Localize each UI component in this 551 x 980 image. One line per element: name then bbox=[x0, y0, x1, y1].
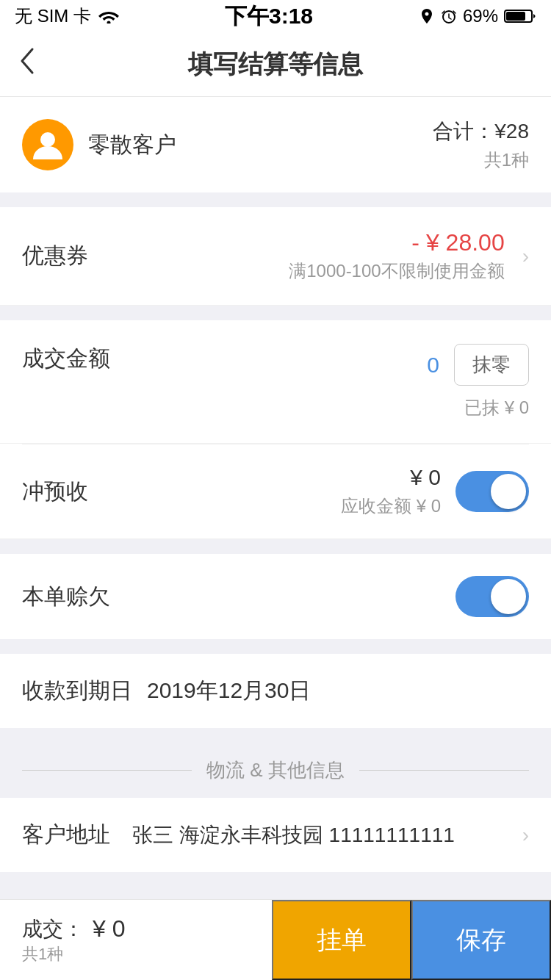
address-section: 客户地址 张三 海淀永丰科技园 11111111111 › bbox=[0, 798, 551, 872]
transaction-section: 成交金额 0 抹零 已抹 ¥ 0 冲预收 ¥ 0 应收金额 ¥ 0 bbox=[0, 320, 551, 539]
save-button[interactable]: 保存 bbox=[411, 900, 551, 980]
credit-toggle[interactable] bbox=[455, 576, 529, 617]
customer-total: 合计：¥28 共1种 bbox=[433, 118, 529, 172]
credit-label: 本单赊欠 bbox=[22, 582, 110, 612]
total-count: 共1种 bbox=[433, 148, 529, 172]
customer-section: 零散客户 合计：¥28 共1种 bbox=[0, 97, 551, 192]
logistics-line-right bbox=[359, 770, 529, 771]
due-date-section: 收款到期日 2019年12月30日 bbox=[0, 654, 551, 728]
prepayment-right: ¥ 0 应收金额 ¥ 0 bbox=[341, 465, 529, 518]
prepayment-value: ¥ 0 bbox=[341, 465, 441, 490]
avatar bbox=[22, 119, 73, 170]
bottom-info: 成交： ¥ 0 共1种 bbox=[0, 900, 272, 980]
transaction-sub: 已抹 ¥ 0 bbox=[464, 396, 529, 419]
battery-icon bbox=[504, 8, 536, 24]
prepayment-toggle[interactable] bbox=[455, 471, 529, 512]
bottom-buttons: 挂单 保存 bbox=[272, 900, 551, 980]
deal-row: 成交： ¥ 0 bbox=[22, 915, 250, 943]
total-amount: 合计：¥28 bbox=[433, 118, 529, 145]
sim-status: 无 SIM 卡 bbox=[15, 4, 91, 28]
address-chevron-icon: › bbox=[522, 824, 529, 847]
coupon-chevron-icon: › bbox=[522, 245, 529, 268]
customer-left: 零散客户 bbox=[22, 119, 176, 170]
logistics-title: 物流 & 其他信息 bbox=[206, 757, 345, 783]
credit-row: 本单赊欠 bbox=[0, 554, 551, 639]
prepayment-sub: 应收金额 ¥ 0 bbox=[341, 494, 441, 518]
prepayment-label: 冲预收 bbox=[22, 477, 88, 507]
customer-row: 零散客户 合计：¥28 共1种 bbox=[0, 97, 551, 192]
bottom-bar: 成交： ¥ 0 共1种 挂单 保存 bbox=[0, 899, 551, 980]
transaction-row: 成交金额 0 抹零 已抹 ¥ 0 bbox=[0, 320, 551, 444]
wifi-icon bbox=[98, 9, 119, 24]
location-icon bbox=[419, 8, 435, 24]
coupon-detail: - ¥ 28.00 满1000-100不限制使用金额 bbox=[289, 229, 504, 283]
deal-label: 成交： bbox=[22, 915, 84, 943]
status-time: 下午3:18 bbox=[225, 1, 313, 32]
alarm-icon bbox=[441, 8, 457, 24]
address-row[interactable]: 客户地址 张三 海淀永丰科技园 11111111111 › bbox=[0, 798, 551, 872]
svg-point-0 bbox=[107, 21, 111, 24]
status-right: 69% bbox=[419, 6, 536, 26]
due-date-value: 2019年12月30日 bbox=[147, 676, 311, 706]
coupon-label: 优惠券 bbox=[22, 241, 88, 271]
credit-right bbox=[455, 576, 529, 617]
user-icon bbox=[29, 126, 66, 163]
customer-name: 零散客户 bbox=[88, 130, 176, 160]
status-left: 无 SIM 卡 bbox=[15, 4, 119, 28]
toggle-knob bbox=[491, 474, 526, 509]
nav-bar: 填写结算等信息 bbox=[0, 32, 551, 97]
coupon-right: - ¥ 28.00 满1000-100不限制使用金额 › bbox=[289, 229, 529, 283]
prepayment-row: 冲预收 ¥ 0 应收金额 ¥ 0 bbox=[0, 444, 551, 539]
hold-button[interactable]: 挂单 bbox=[272, 900, 411, 980]
address-label: 客户地址 bbox=[22, 820, 110, 850]
deal-amount: ¥ 0 bbox=[93, 915, 125, 943]
transaction-right: 0 抹零 已抹 ¥ 0 bbox=[427, 344, 529, 419]
credit-toggle-knob bbox=[491, 579, 526, 614]
due-date-label: 收款到期日 bbox=[22, 676, 132, 706]
transaction-value: 0 bbox=[427, 353, 439, 378]
transaction-label: 成交金额 bbox=[22, 344, 110, 374]
status-bar: 无 SIM 卡 下午3:18 69% bbox=[0, 0, 551, 32]
bottom-count: 共1种 bbox=[22, 943, 250, 965]
logistics-header: 物流 & 其他信息 bbox=[0, 743, 551, 798]
coupon-row[interactable]: 优惠券 - ¥ 28.00 满1000-100不限制使用金额 › bbox=[0, 207, 551, 306]
coupon-desc: 满1000-100不限制使用金额 bbox=[289, 259, 504, 283]
svg-point-4 bbox=[40, 132, 55, 147]
logistics-line-left bbox=[22, 770, 192, 771]
back-button[interactable] bbox=[18, 46, 35, 82]
address-value: 张三 海淀永丰科技园 11111111111 bbox=[132, 821, 500, 849]
svg-rect-3 bbox=[506, 12, 525, 21]
battery-percent: 69% bbox=[463, 6, 498, 26]
round-off-button[interactable]: 抹零 bbox=[454, 344, 529, 386]
coupon-section: 优惠券 - ¥ 28.00 满1000-100不限制使用金额 › bbox=[0, 207, 551, 306]
coupon-discount: - ¥ 28.00 bbox=[289, 229, 504, 256]
content: 零散客户 合计：¥28 共1种 优惠券 - ¥ 28.00 满1000-100不… bbox=[0, 97, 551, 975]
due-date-row: 收款到期日 2019年12月30日 bbox=[0, 654, 551, 728]
page-title: 填写结算等信息 bbox=[188, 48, 363, 82]
credit-section: 本单赊欠 bbox=[0, 554, 551, 639]
